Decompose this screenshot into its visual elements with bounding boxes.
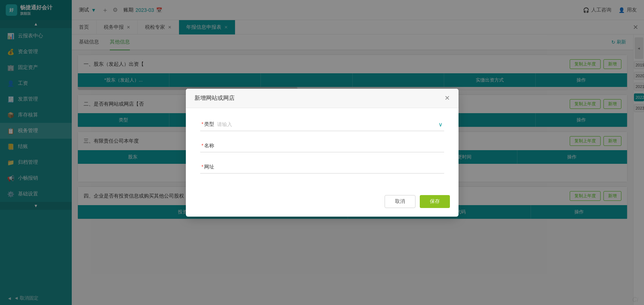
modal-body: * 类型 ∨ * 名称 — [186, 108, 459, 189]
name-input-row: * 名称 — [200, 140, 444, 152]
url-label-text: 网址 — [204, 164, 214, 170]
modal-add-website: 新增网站或网店 ✕ * 类型 ∨ * — [186, 89, 459, 217]
type-label: * 类型 — [202, 121, 214, 128]
url-label: * 网址 — [202, 164, 214, 170]
url-input-row: * 网址 — [200, 161, 444, 174]
modal-footer: 取消 保存 — [186, 189, 459, 217]
type-input[interactable] — [217, 121, 436, 127]
name-input[interactable] — [217, 143, 443, 149]
name-label: * 名称 — [202, 143, 214, 149]
save-button[interactable]: 保存 — [420, 195, 450, 208]
modal-close-btn[interactable]: ✕ — [445, 95, 450, 101]
modal-header: 新增网站或网店 ✕ — [186, 89, 459, 108]
form-field-type: * 类型 ∨ — [200, 118, 444, 131]
modal-overlay[interactable]: 新增网站或网店 ✕ * 类型 ∨ * — [0, 0, 644, 305]
url-required-star: * — [202, 164, 203, 170]
type-input-row: * 类型 ∨ — [200, 118, 444, 131]
form-field-name: * 名称 — [200, 140, 444, 152]
name-label-text: 名称 — [204, 143, 214, 149]
type-label-text: 类型 — [204, 121, 214, 128]
name-required-star: * — [202, 143, 203, 149]
modal-title: 新增网站或网店 — [194, 94, 235, 102]
url-input[interactable] — [217, 164, 443, 170]
type-required-star: * — [202, 121, 203, 128]
type-dropdown-icon[interactable]: ∨ — [438, 121, 443, 128]
form-field-url: * 网址 — [200, 161, 444, 174]
cancel-button[interactable]: 取消 — [385, 195, 415, 208]
